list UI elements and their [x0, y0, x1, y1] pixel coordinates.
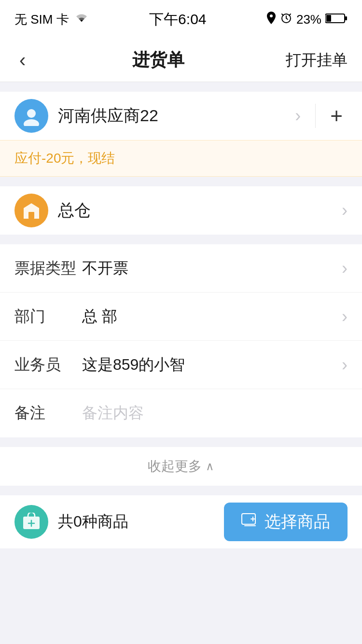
invoice-chevron-icon: ›: [342, 258, 348, 279]
nav-bar: ‹ 进货单 打开挂单: [0, 39, 362, 82]
page-title: 进货单: [132, 48, 184, 72]
svg-rect-2: [345, 16, 347, 20]
supplier-chevron-icon: ›: [295, 106, 301, 126]
remark-row[interactable]: 备注 备注内容: [0, 389, 362, 437]
supplier-name: 河南供应商22: [58, 105, 295, 127]
location-icon: [266, 12, 276, 28]
status-right: 23%: [266, 12, 348, 28]
select-btn-label: 选择商品: [265, 511, 330, 533]
supplier-divider: [315, 104, 316, 128]
status-left: 无 SIM 卡: [14, 11, 89, 28]
warehouse-row[interactable]: 总仓 ›: [0, 186, 362, 235]
invoice-label: 票据类型: [14, 258, 77, 279]
add-supplier-button[interactable]: +: [325, 99, 348, 133]
salesman-row[interactable]: 业务员 这是859的小智 ›: [0, 341, 362, 389]
collapse-arrow-icon: ∧: [206, 460, 214, 473]
collapse-label: 收起更多: [148, 457, 202, 476]
supplier-row[interactable]: 河南供应商22 › +: [0, 92, 362, 140]
svg-point-5: [24, 119, 39, 126]
back-button[interactable]: ‹: [14, 44, 30, 76]
divider-1: [0, 82, 362, 92]
warning-text: 应付-20元，现结: [14, 151, 115, 166]
warehouse-chevron-icon: ›: [342, 200, 348, 221]
svg-rect-3: [326, 15, 331, 22]
select-btn-icon: [241, 513, 259, 532]
remark-input[interactable]: 备注内容: [82, 403, 348, 424]
department-chevron-icon: ›: [342, 307, 348, 327]
svg-point-4: [27, 109, 36, 118]
invoice-type-row[interactable]: 票据类型 不开票 ›: [0, 244, 362, 293]
invoice-value: 不开票: [82, 258, 342, 279]
svg-rect-6: [28, 212, 34, 219]
status-time: 下午6:04: [149, 10, 206, 29]
remark-label: 备注: [14, 403, 77, 424]
carrier-text: 无 SIM 卡: [14, 11, 69, 28]
collapse-row[interactable]: 收起更多 ∧: [0, 447, 362, 486]
department-label: 部门: [14, 306, 77, 327]
wifi-icon: [74, 12, 89, 27]
product-icon: [14, 505, 48, 539]
alarm-icon: [280, 12, 292, 28]
supplier-card: 河南供应商22 › + 应付-20元，现结: [0, 92, 362, 177]
warning-banner: 应付-20元，现结: [0, 140, 362, 177]
warehouse-icon: [14, 194, 48, 227]
warehouse-name: 总仓: [58, 199, 342, 222]
status-bar: 无 SIM 卡 下午6:04: [0, 0, 362, 39]
bottom-bar: 共0种商品 选择商品: [0, 495, 362, 548]
salesman-chevron-icon: ›: [342, 355, 348, 375]
department-row[interactable]: 部门 总 部 ›: [0, 293, 362, 341]
form-section: 票据类型 不开票 › 部门 总 部 › 业务员 这是859的小智 › 备注 备注…: [0, 244, 362, 437]
page-container: 无 SIM 卡 下午6:04: [0, 0, 362, 644]
supplier-avatar: [14, 99, 48, 133]
open-pending-button[interactable]: 打开挂单: [286, 50, 348, 71]
salesman-value: 这是859的小智: [82, 354, 342, 376]
product-count: 共0种商品: [58, 511, 224, 532]
salesman-label: 业务员: [14, 354, 77, 376]
select-product-button[interactable]: 选择商品: [224, 503, 348, 541]
battery-icon: [325, 12, 348, 27]
battery-text: 23%: [296, 12, 321, 27]
department-value: 总 部: [82, 306, 342, 327]
